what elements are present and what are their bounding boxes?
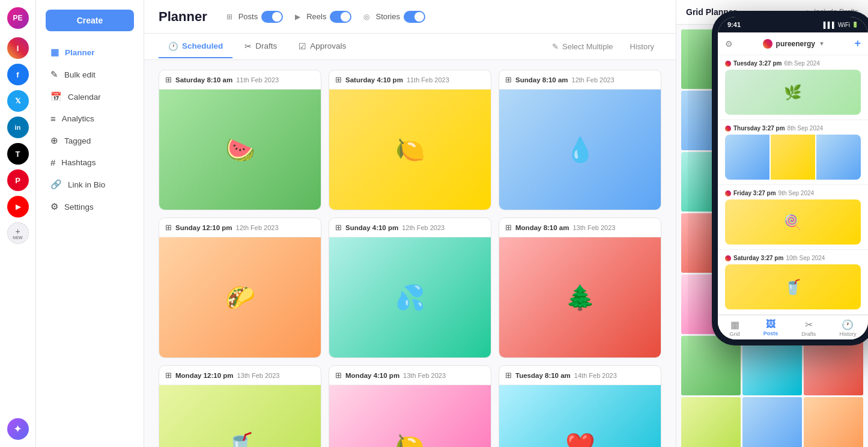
sidebar-item-hashtags[interactable]: # Hashtags	[41, 152, 139, 173]
grid-post-icon: ⊞	[335, 371, 342, 380]
phone-nav-grid[interactable]: ▦ Grid	[730, 319, 740, 337]
post-image: 💦	[329, 237, 491, 357]
social-youtube[interactable]: ▶	[7, 196, 29, 217]
phone-nav-bar: ▦ Grid 🖼 Posts ✂ Drafts 🕐 History	[718, 315, 868, 339]
table-row[interactable]: ⊞ Monday 8:10 am 13th Feb 2023 🌲	[499, 217, 661, 358]
social-twitter[interactable]: 𝕏	[7, 90, 29, 112]
scissors-icon: ✂	[244, 41, 252, 51]
list-item[interactable]: Saturday 3:27 pm 10th Sep 2024 🥤	[718, 250, 868, 315]
list-item[interactable]: Tuesday 3:27 pm 6th Sep 2024 🌿	[718, 55, 868, 120]
phone-history-icon: 🕐	[842, 319, 854, 330]
sidebar-item-analytics[interactable]: ≡ Analytics	[41, 108, 139, 129]
grid-post-icon: ⊞	[165, 75, 172, 84]
instagram-dot	[725, 126, 731, 132]
phone-time: 9:41	[727, 21, 741, 28]
instagram-dot	[725, 61, 731, 67]
main-content: Planner ⊞ Posts ▶ Reels ◎ Stories 🕐 Sche…	[144, 0, 676, 447]
social-instagram[interactable]: I	[7, 37, 29, 59]
table-row[interactable]: ⊞ Saturday 8:10 am 11th Feb 2023 🍉	[159, 70, 321, 210]
grid-post-icon: ⊞	[505, 371, 512, 380]
phone-post-image: 🥤	[725, 264, 861, 309]
grid-post-icon: ⊞	[505, 75, 512, 84]
sidebar-item-tagged[interactable]: ⊕ Tagged	[41, 130, 139, 151]
table-row[interactable]: ⊞ Saturday 4:10 pm 11th Feb 2023 🍋	[329, 70, 491, 210]
phone-posts-icon: 🖼	[766, 319, 775, 330]
phone-post-image: 🍭	[725, 199, 861, 245]
post-grid: ⊞ Saturday 8:10 am 11th Feb 2023 🍉 ⊞ Sat…	[159, 70, 661, 447]
reels-icon: ▶	[295, 13, 300, 21]
link-icon: 🔗	[50, 179, 62, 190]
reels-toggle[interactable]	[330, 11, 351, 23]
phone-nav-drafts[interactable]: ✂ Drafts	[801, 319, 816, 337]
sidebar-item-planner[interactable]: ▦ Planner	[41, 41, 139, 63]
phone-post-image: 🌿	[725, 70, 861, 115]
sidebar-item-settings[interactable]: ⚙ Settings	[41, 196, 139, 217]
tab-approvals[interactable]: ☑ Approvals	[289, 35, 356, 58]
clock-icon: 🕐	[168, 41, 178, 51]
tab-scheduled[interactable]: 🕐 Scheduled	[159, 35, 232, 58]
post-image: ❤️	[499, 385, 661, 447]
phone-account[interactable]: pureenergy ▼	[763, 39, 825, 49]
sidebar-item-calendar[interactable]: 📅 Calendar	[41, 86, 139, 108]
page-title: Planner	[159, 9, 207, 25]
table-row[interactable]: ⊞ Sunday 4:10 pm 12th Feb 2023 💦	[329, 217, 491, 358]
stories-toggle-group: ◎ Stories	[363, 11, 425, 23]
checkmark-icon: ☑	[299, 41, 306, 51]
posts-toggle[interactable]	[261, 11, 283, 23]
create-button[interactable]: Create	[46, 10, 134, 31]
signal-icon: ▌▌▌	[824, 22, 836, 28]
table-row[interactable]: ⊞ Sunday 12:10 pm 12th Feb 2023 🌮	[159, 217, 321, 358]
social-facebook[interactable]: f	[7, 64, 29, 85]
tagged-icon: ⊕	[50, 135, 58, 146]
add-social-button[interactable]: + NEW	[7, 222, 29, 244]
phone-nav-posts[interactable]: 🖼 Posts	[763, 319, 778, 337]
instagram-dot	[725, 255, 731, 261]
history-button[interactable]: History	[623, 37, 661, 56]
reels-toggle-group: ▶ Reels	[295, 11, 351, 23]
phone-settings-icon[interactable]: ⚙	[725, 39, 733, 49]
social-pinterest[interactable]: P	[7, 169, 29, 191]
table-row[interactable]: ⊞ Monday 4:10 pm 13th Feb 2023 🍋	[329, 365, 491, 447]
select-multiple-button[interactable]: ✎ Select Multiple	[545, 37, 621, 56]
tab-bar: 🕐 Scheduled ✂ Drafts ☑ Approvals ✎ Selec…	[144, 34, 676, 60]
stories-icon: ◎	[363, 13, 369, 21]
post-image: 🍋	[329, 90, 491, 210]
table-row[interactable]: ⊞ Monday 12:10 pm 13th Feb 2023 🥤	[159, 365, 321, 447]
table-row[interactable]: ⊞ Sunday 8:10 am 12th Feb 2023 💧	[499, 70, 661, 210]
phone-mockup: 9:41 ▌▌▌ WiFi 🔋 ⚙ pureenergy ▼ +	[712, 11, 868, 345]
posts-toggle-label: Posts	[238, 12, 258, 21]
stories-toggle[interactable]	[404, 11, 425, 23]
analytics-icon: ≡	[50, 114, 56, 124]
instagram-small-icon	[763, 39, 772, 49]
battery-icon: 🔋	[852, 22, 858, 28]
phone-drafts-icon: ✂	[805, 319, 813, 330]
phone-status-bar: 9:41 ▌▌▌ WiFi 🔋	[718, 17, 868, 32]
post-image: 🌲	[499, 237, 661, 357]
tab-drafts[interactable]: ✂ Drafts	[235, 35, 287, 58]
list-item[interactable]: Friday 3:27 pm 9th Sep 2024 🍭	[718, 185, 868, 250]
stories-toggle-label: Stories	[375, 12, 399, 21]
post-image: 🌮	[159, 237, 321, 357]
phone-screen: 9:41 ▌▌▌ WiFi 🔋 ⚙ pureenergy ▼ +	[718, 17, 868, 339]
social-linkedin[interactable]: in	[7, 117, 29, 138]
content-area: ⊞ Saturday 8:10 am 11th Feb 2023 🍉 ⊞ Sat…	[144, 60, 676, 447]
social-tiktok[interactable]: T	[7, 143, 29, 165]
sidebar-item-bulk-edit[interactable]: ✎ Bulk edit	[41, 64, 139, 85]
grid-post-icon: ⊞	[165, 371, 172, 380]
grid-cell[interactable]	[742, 397, 802, 447]
avatar[interactable]: PE	[7, 7, 29, 29]
phone-post-multi-image	[725, 135, 861, 180]
phone-nav-history[interactable]: 🕐 History	[839, 319, 856, 337]
list-item[interactable]: Thursday 3:27 pm 8th Sep 2024	[718, 120, 868, 185]
settings-icon: ⚙	[50, 201, 58, 212]
sparkle-button[interactable]: ✦	[7, 418, 29, 440]
grid-cell[interactable]	[804, 397, 863, 447]
sidebar-item-link-in-bio[interactable]: 🔗 Link in Bio	[41, 174, 139, 195]
phone-grid-icon: ▦	[730, 319, 739, 330]
phone-header: ⚙ pureenergy ▼ +	[718, 32, 868, 55]
grid-cell[interactable]	[681, 397, 741, 447]
table-row[interactable]: ⊞ Tuesday 8:10 am 14th Feb 2023 ❤️	[499, 365, 661, 447]
phone-add-icon[interactable]: +	[854, 37, 861, 50]
sidebar: Create ▦ Planner ✎ Bulk edit 📅 Calendar …	[36, 0, 144, 447]
post-image: 🍉	[159, 90, 321, 210]
